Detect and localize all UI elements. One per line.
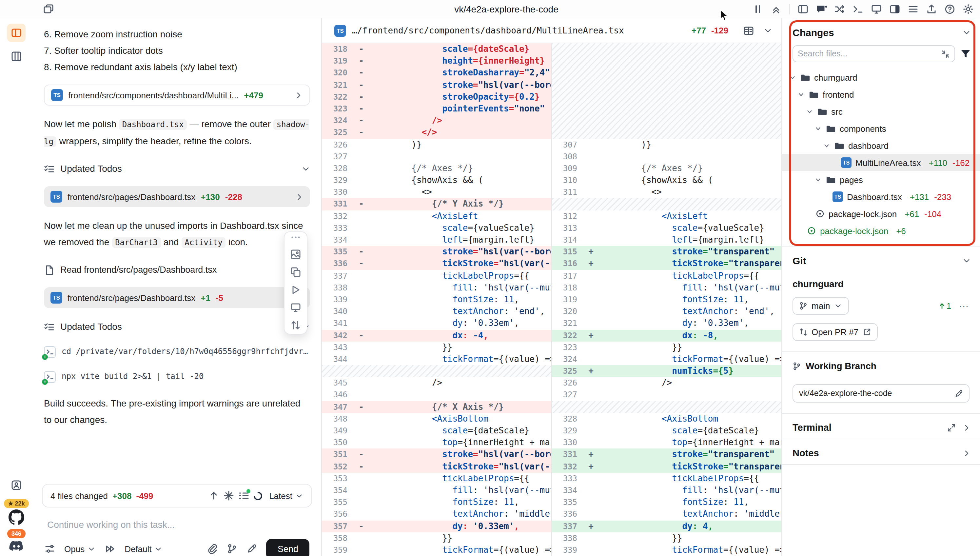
inline-code: BarChart3 [112, 238, 161, 248]
branch-icon[interactable] [227, 543, 237, 554]
tree-folder-frontend[interactable]: frontend [782, 86, 980, 103]
diff-row: 337 tickLabelProps={{ [322, 270, 551, 281]
share-icon[interactable] [926, 4, 937, 15]
copy-icon[interactable] [291, 267, 301, 277]
monitor-icon[interactable] [871, 4, 882, 15]
tree-file-package-lock.json[interactable]: package-lock.json+61-104 [782, 205, 980, 222]
pen-icon[interactable] [247, 543, 257, 554]
assistant-message: Now let me polish Dashboard.tsx — remove… [44, 116, 310, 150]
updated-todos-row[interactable]: Updated Todos [44, 161, 310, 177]
chevron-down-icon[interactable] [764, 26, 772, 35]
package-lock-icon [815, 209, 825, 218]
settings-gear-icon[interactable] [963, 4, 974, 15]
github-icon[interactable] [0, 509, 33, 525]
changes-status-bar[interactable]: 4 files changed +308 -499 Latest [42, 484, 312, 508]
updated-todos-row[interactable]: Updated Todos [44, 318, 310, 335]
attach-paperclip-icon[interactable] [207, 543, 218, 554]
tree-folder-dashboard[interactable]: dashboard [782, 137, 980, 154]
file-change-card[interactable]: TS frontend/src/pages/Dashboard.tsx +130… [44, 186, 310, 207]
version-dropdown[interactable]: Latest [269, 491, 304, 501]
file-search-input[interactable] [798, 49, 937, 58]
tree-file-MultiLineArea.tsx[interactable]: TSMultiLineArea.tsx+110-162 [782, 154, 980, 171]
ts-file-icon: TS [841, 157, 851, 168]
file-change-card[interactable]: TS frontend/src/pages/Dashboard.tsx +1 -… [44, 287, 310, 308]
filter-tree-icon[interactable] [960, 48, 971, 59]
tree-file-Dashboard.tsx[interactable]: TSDashboard.tsx+131-233 [782, 188, 980, 205]
tree-folder-components[interactable]: components [782, 120, 980, 137]
collapse-section-icon[interactable] [962, 256, 971, 265]
diff-row: 308 [552, 150, 781, 162]
diff-row [552, 127, 781, 139]
diff-row: 346 [322, 389, 551, 401]
external-link-icon [862, 328, 871, 336]
diff-row: 311 <> [552, 186, 781, 198]
read-file-row[interactable]: Read frontend/src/pages/Dashboard.tsx [44, 262, 310, 278]
tree-folder-pages[interactable]: pages [782, 171, 980, 188]
account-icon[interactable] [7, 476, 26, 495]
todos-status-icon[interactable] [238, 490, 249, 501]
model-dropdown[interactable]: Opus [64, 544, 96, 554]
monitor-icon[interactable] [291, 302, 301, 313]
spark-icon[interactable] [223, 490, 234, 501]
chevron-right-icon[interactable] [962, 423, 971, 432]
chevron-right-icon[interactable] [962, 449, 971, 457]
edit-pencil-icon[interactable] [954, 389, 963, 398]
workspace-panel-icon[interactable] [7, 24, 26, 42]
send-button[interactable]: Send [266, 538, 309, 556]
diff-row: 340 textAnchor: 'end', [322, 305, 551, 317]
diff-row: 345 /> [322, 377, 551, 389]
file-card-name: frontend/src/pages/Dashboard.tsx [68, 189, 195, 205]
tree-folder-churnguard[interactable]: churnguard [782, 69, 980, 86]
expand-terminal-icon[interactable] [947, 423, 956, 432]
document-icon [44, 265, 55, 275]
terminal-command-row[interactable]: + npx vite build 2>&1 | tail -20 [44, 369, 310, 385]
panel-left-icon[interactable] [798, 4, 808, 15]
chevron-down-icon[interactable] [302, 165, 310, 173]
mode-dropdown[interactable]: Default [124, 544, 163, 554]
branch-selector[interactable]: main [793, 297, 849, 315]
terminal-icon[interactable] [853, 4, 863, 15]
compare-icon[interactable] [291, 320, 301, 330]
working-branch-field[interactable]: vk/4e2a-explore-the-code [793, 384, 970, 402]
mouse-cursor [720, 9, 730, 21]
discord-icon[interactable] [0, 540, 33, 552]
panel-right-icon[interactable] [890, 4, 900, 15]
split-view-icon[interactable] [743, 25, 754, 36]
loading-spinner-icon [252, 490, 264, 502]
collapse-tree-icon[interactable] [941, 50, 950, 58]
fast-forward-icon[interactable] [105, 543, 115, 554]
file-change-card[interactable]: TS frontend/src/components/dashboard/Mul… [44, 84, 310, 105]
diff-row [552, 401, 781, 413]
shuffle-icon[interactable] [835, 4, 845, 15]
tree-file-package-lock.json[interactable]: package-lock.json+6 [782, 222, 980, 239]
assistant-message: Now let me clean up the unused imports i… [44, 218, 310, 251]
tree-folder-src[interactable]: src [782, 103, 980, 120]
git-more-icon[interactable]: ⋯ [959, 300, 970, 312]
pause-icon[interactable] [752, 4, 763, 15]
collapse-section-icon[interactable] [962, 28, 971, 37]
list-checks-icon [44, 163, 55, 174]
chat-input[interactable] [47, 517, 317, 532]
file-tree: churnguardfrontendsrccomponentsdashboard… [782, 66, 980, 246]
terminal-command-row[interactable]: + cd /private/var/folders/10/h7w0q46556g… [44, 344, 310, 360]
diff-row [552, 55, 781, 67]
git-branch-icon [793, 362, 801, 370]
collapse-all-icon[interactable] [771, 4, 781, 15]
menu-icon[interactable] [908, 4, 919, 15]
diff-file-path: …/frontend/src/components/dashboard/Mult… [352, 26, 624, 36]
board-grid-icon[interactable] [7, 47, 26, 66]
help-icon[interactable] [944, 4, 955, 15]
folder-icon [817, 107, 827, 116]
diff-row: 332+ tickStroke="transparent" [552, 461, 781, 472]
open-pr-button[interactable]: Open PR #7 [793, 323, 877, 341]
run-icon[interactable] [291, 284, 301, 295]
diff-row [552, 43, 781, 55]
more-options-icon[interactable] [291, 235, 301, 242]
chat-settings-icon[interactable] [45, 543, 55, 554]
file-search-box[interactable] [793, 45, 955, 62]
snapshot-icon[interactable] [291, 249, 301, 260]
chat-bubble-icon[interactable] [816, 4, 827, 15]
diff-row: 328 <AxisBottom [552, 413, 781, 425]
scroll-up-icon[interactable] [208, 490, 219, 501]
diff-row: 318- scale={dateScale} [322, 43, 551, 55]
